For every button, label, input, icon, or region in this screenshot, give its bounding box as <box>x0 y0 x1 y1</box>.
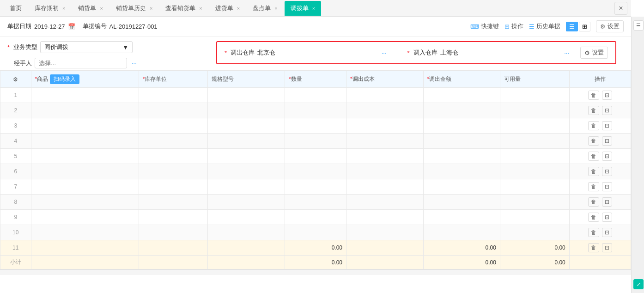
unit-cell-1[interactable] <box>139 88 208 103</box>
amount-cell-3[interactable] <box>423 118 500 134</box>
delete-btn-3[interactable]: 🗑 <box>588 121 599 130</box>
handler-input[interactable] <box>35 58 127 68</box>
product-cell-6[interactable] <box>31 164 139 179</box>
delete-btn-4[interactable]: 🗑 <box>588 136 599 146</box>
spec-cell-5[interactable] <box>208 149 285 164</box>
spec-cell-9[interactable] <box>208 210 285 225</box>
cost-cell-1[interactable] <box>346 88 423 103</box>
tab-stocktake[interactable]: 盘点单 × <box>247 1 283 16</box>
product-cell-11[interactable] <box>31 240 139 256</box>
tab-sales-history[interactable]: 销货单历史 × <box>110 1 158 16</box>
copy-btn-11[interactable]: ⊡ <box>602 243 612 252</box>
amount-cell-2[interactable] <box>423 103 500 118</box>
unit-cell-10[interactable] <box>139 225 208 240</box>
qty-cell-3[interactable] <box>285 118 346 134</box>
copy-btn-1[interactable]: ⊡ <box>602 91 612 100</box>
qty-cell-7[interactable] <box>285 179 346 195</box>
qty-cell-1[interactable] <box>285 88 346 103</box>
spec-cell-6[interactable] <box>208 164 285 179</box>
spec-cell-4[interactable] <box>208 134 285 149</box>
delete-btn-7[interactable]: 🗑 <box>588 182 599 191</box>
delete-btn-8[interactable]: 🗑 <box>588 197 599 207</box>
business-type-select[interactable]: 同价调拨 ▼ <box>40 41 133 53</box>
tab-bar-close-btn[interactable]: × <box>614 2 627 15</box>
cost-cell-11[interactable] <box>346 240 423 256</box>
scrollbar-area[interactable] <box>0 269 631 275</box>
amount-cell-8[interactable] <box>423 195 500 210</box>
qty-cell-4[interactable] <box>285 134 346 149</box>
unit-cell-2[interactable] <box>139 103 208 118</box>
tab-sales-order[interactable]: 销货单 × <box>72 1 109 16</box>
delete-btn-5[interactable]: 🗑 <box>588 152 599 161</box>
product-cell-8[interactable] <box>31 195 139 210</box>
amount-cell-5[interactable] <box>423 149 500 164</box>
qty-cell-9[interactable] <box>285 210 346 225</box>
sidebar-list-btn[interactable]: ☰ <box>633 20 644 31</box>
operation-btn[interactable]: ⊞ 操作 <box>504 22 523 31</box>
delete-btn-11[interactable]: 🗑 <box>588 243 599 252</box>
copy-btn-8[interactable]: ⊡ <box>602 197 612 207</box>
tab-purchase[interactable]: 进货单 × <box>209 1 246 16</box>
spec-cell-11[interactable] <box>208 240 285 256</box>
spec-cell-7[interactable] <box>208 179 285 195</box>
product-cell-7[interactable] <box>31 179 139 195</box>
spec-cell-2[interactable] <box>208 103 285 118</box>
cost-cell-10[interactable] <box>346 225 423 240</box>
unit-cell-3[interactable] <box>139 118 208 134</box>
target-warehouse-more-btn[interactable]: ··· <box>562 49 571 56</box>
product-cell-1[interactable] <box>31 88 139 103</box>
cost-cell-2[interactable] <box>346 103 423 118</box>
delete-btn-2[interactable]: 🗑 <box>588 106 599 115</box>
cost-cell-4[interactable] <box>346 134 423 149</box>
tab-view-sales-close[interactable]: × <box>199 6 202 11</box>
qty-cell-10[interactable] <box>285 225 346 240</box>
source-warehouse-more-btn[interactable]: ··· <box>380 49 389 56</box>
tab-transfer-close[interactable]: × <box>312 6 315 11</box>
view-grid-btn[interactable]: ⊞ <box>579 22 590 31</box>
amount-cell-10[interactable] <box>423 225 500 240</box>
unit-cell-6[interactable] <box>139 164 208 179</box>
tab-inventory-init[interactable]: 库存期初 × <box>29 1 71 16</box>
spec-cell-10[interactable] <box>208 225 285 240</box>
amount-cell-7[interactable] <box>423 179 500 195</box>
tab-purchase-close[interactable]: × <box>237 6 240 11</box>
tab-stocktake-close[interactable]: × <box>274 6 277 11</box>
cost-cell-7[interactable] <box>346 179 423 195</box>
panel-settings-btn[interactable]: ⚙ 设置 <box>580 47 608 59</box>
product-cell-10[interactable] <box>31 225 139 240</box>
settings-btn[interactable]: ⚙ 设置 <box>596 20 624 32</box>
product-cell-9[interactable] <box>31 210 139 225</box>
qty-cell-2[interactable] <box>285 103 346 118</box>
history-btn[interactable]: ☰ 历史单据 <box>529 22 560 31</box>
spec-cell-1[interactable] <box>208 88 285 103</box>
handler-more-btn[interactable]: ··· <box>130 60 139 67</box>
amount-cell-9[interactable] <box>423 210 500 225</box>
copy-btn-9[interactable]: ⊡ <box>602 213 612 222</box>
copy-btn-6[interactable]: ⊡ <box>602 167 612 176</box>
product-cell-3[interactable] <box>31 118 139 134</box>
scan-barcode-btn[interactable]: 扫码录入 <box>50 74 79 84</box>
amount-cell-6[interactable] <box>423 164 500 179</box>
delete-btn-1[interactable]: 🗑 <box>588 91 599 100</box>
cost-cell-9[interactable] <box>346 210 423 225</box>
copy-btn-10[interactable]: ⊡ <box>602 228 612 237</box>
shortcut-btn[interactable]: ⌨ 快捷键 <box>470 22 499 31</box>
copy-btn-3[interactable]: ⊡ <box>602 121 612 130</box>
product-cell-5[interactable] <box>31 149 139 164</box>
qty-cell-6[interactable] <box>285 164 346 179</box>
target-warehouse-value[interactable]: 上海仓 <box>440 49 560 57</box>
amount-cell-4[interactable] <box>423 134 500 149</box>
cost-cell-5[interactable] <box>346 149 423 164</box>
unit-cell-8[interactable] <box>139 195 208 210</box>
cost-cell-3[interactable] <box>346 118 423 134</box>
unit-cell-7[interactable] <box>139 179 208 195</box>
qty-cell-5[interactable] <box>285 149 346 164</box>
qty-cell-8[interactable] <box>285 195 346 210</box>
copy-btn-2[interactable]: ⊡ <box>602 106 612 115</box>
amount-cell-1[interactable] <box>423 88 500 103</box>
tab-transfer[interactable]: 调拨单 × <box>285 1 321 16</box>
unit-cell-9[interactable] <box>139 210 208 225</box>
th-gear[interactable]: ⚙ <box>0 71 31 88</box>
spec-cell-8[interactable] <box>208 195 285 210</box>
tab-home[interactable]: 首页 <box>4 1 28 16</box>
